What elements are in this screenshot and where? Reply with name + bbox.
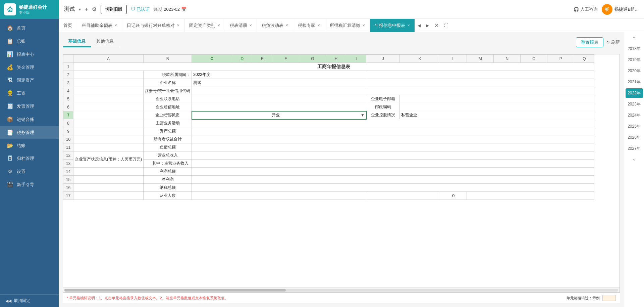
- year-item-2024[interactable]: 2024年: [626, 111, 643, 120]
- tab-close-icon[interactable]: ✕: [217, 24, 220, 27]
- sidebar-item-funds[interactable]: 💰 资金管理: [0, 61, 59, 74]
- row10-value[interactable]: [192, 135, 594, 143]
- row16-value[interactable]: [192, 184, 594, 192]
- year-item-2020[interactable]: 2020年: [626, 66, 643, 76]
- row17-value2[interactable]: [366, 192, 440, 200]
- row12-value[interactable]: [192, 151, 594, 160]
- year-item-2018[interactable]: 2018年: [626, 44, 643, 54]
- refresh-button[interactable]: ↻ 刷新: [606, 37, 620, 47]
- col-header-C[interactable]: C: [192, 55, 232, 63]
- topbar-service-button[interactable]: 🎧 人工咨询: [574, 6, 598, 12]
- topbar-user[interactable]: 畅 畅捷通B组...: [602, 4, 639, 15]
- row5-value[interactable]: [192, 95, 366, 103]
- col-header-F[interactable]: F: [272, 55, 299, 63]
- col-header-D[interactable]: D: [232, 55, 252, 63]
- sidebar-collapse-button[interactable]: ◀◀ 取消固定: [0, 295, 59, 307]
- row8-value[interactable]: [192, 119, 594, 127]
- row15-value[interactable]: [192, 176, 594, 184]
- col-header-K[interactable]: K: [400, 55, 440, 63]
- row7-value-cell[interactable]: 开业 ▼: [192, 111, 366, 119]
- topbar-dropdown-button[interactable]: ▾: [79, 7, 81, 12]
- row17-value3[interactable]: 0: [440, 192, 467, 200]
- tab-close-icon[interactable]: ✕: [114, 24, 117, 27]
- row11-value[interactable]: [192, 143, 594, 151]
- year-item-2026[interactable]: 2026年: [626, 133, 643, 142]
- topbar-add-button[interactable]: +: [85, 6, 88, 12]
- sheet-title-cell[interactable]: 工商年报信息表: [73, 63, 594, 71]
- row5-value2[interactable]: [400, 95, 594, 103]
- tab-close-all-button[interactable]: ✕: [432, 19, 441, 32]
- tab-journal-bank[interactable]: 日记账与银行对账单核对 ✕: [122, 19, 184, 32]
- row13-value[interactable]: [192, 160, 594, 168]
- col-header-A[interactable]: A: [73, 55, 144, 63]
- col-header-Q[interactable]: Q: [574, 55, 594, 63]
- tab-home[interactable]: 首页: [59, 19, 77, 32]
- calendar-icon[interactable]: 📅: [181, 7, 186, 12]
- sidebar-item-reports[interactable]: 📊 报表中心: [0, 48, 59, 61]
- col-header-B[interactable]: B: [144, 55, 192, 63]
- sidebar-item-home[interactable]: 🏠 首页: [0, 21, 59, 35]
- topbar-gear-button[interactable]: ⚙: [92, 6, 97, 12]
- row6-value[interactable]: [192, 103, 366, 111]
- col-header-E[interactable]: E: [252, 55, 272, 63]
- sidebar-item-sales[interactable]: 📦 进销台账: [0, 113, 59, 126]
- year-item-2023[interactable]: 2023年: [626, 99, 643, 109]
- row4-value[interactable]: [192, 87, 594, 95]
- tab-nav-next[interactable]: ▶: [423, 19, 432, 32]
- sidebar-item-assets[interactable]: 🏗 固定资产: [0, 74, 59, 87]
- dropdown-arrow-icon[interactable]: ▼: [359, 113, 366, 118]
- sidebar-item-tax[interactable]: 📑 税务管理: [0, 126, 59, 139]
- tab-close-icon[interactable]: ✕: [249, 24, 252, 27]
- sidebar-item-archive[interactable]: 🗄 归档管理: [0, 152, 59, 165]
- tab-tax-burden[interactable]: 税负波动表 ✕: [257, 19, 293, 32]
- tab-tax-table[interactable]: 税表清册 ✕: [225, 19, 257, 32]
- sidebar-item-ledger[interactable]: 📋 总账: [0, 35, 59, 48]
- tab-close-icon[interactable]: ✕: [407, 24, 410, 27]
- reset-report-button[interactable]: 重置报表: [576, 37, 603, 47]
- row6-value2[interactable]: [400, 103, 594, 111]
- tab-close-icon[interactable]: ✕: [285, 24, 288, 27]
- sidebar-item-close[interactable]: 📂 结账: [0, 139, 59, 152]
- row14-value[interactable]: [192, 168, 594, 176]
- row3-value[interactable]: 测试: [192, 79, 366, 87]
- sidebar-item-guide[interactable]: 🎬 新手引导: [0, 178, 59, 191]
- horizontal-scrollbar[interactable]: [63, 288, 620, 292]
- year-item-2027[interactable]: 2027年: [626, 144, 643, 154]
- col-header-J[interactable]: J: [366, 55, 400, 63]
- tab-subject-balance[interactable]: 科目辅助余额表 ✕: [77, 19, 122, 32]
- col-header-M[interactable]: M: [467, 55, 494, 63]
- form-tab-basic[interactable]: 基础信息: [63, 36, 91, 47]
- year-item-2022[interactable]: 2022年: [626, 88, 643, 98]
- col-header-I[interactable]: I: [346, 55, 366, 63]
- sidebar-item-invoice[interactable]: 🧾 发票管理: [0, 100, 59, 113]
- col-header-L[interactable]: L: [440, 55, 467, 63]
- col-header-P[interactable]: P: [547, 55, 574, 63]
- col-header-O[interactable]: O: [521, 55, 547, 63]
- col-header-G[interactable]: G: [299, 55, 326, 63]
- tab-close-icon[interactable]: ✕: [317, 24, 320, 27]
- year-item-2019[interactable]: 2019年: [626, 55, 643, 65]
- col-header-H[interactable]: H: [326, 55, 346, 63]
- row7-value2[interactable]: 私营企业: [400, 111, 594, 119]
- year-item-2025[interactable]: 2025年: [626, 122, 643, 131]
- row17-value1[interactable]: [192, 192, 366, 200]
- tab-close-icon[interactable]: ✕: [177, 24, 179, 27]
- spreadsheet-scroll-area[interactable]: A B C D E F G H I J: [63, 54, 620, 288]
- tab-expand-button[interactable]: ⛶: [441, 19, 451, 32]
- sidebar-item-payroll[interactable]: 👷 工资: [0, 87, 59, 100]
- row2-value[interactable]: 2022年度: [192, 71, 366, 79]
- row9-value[interactable]: [192, 127, 594, 135]
- year-nav-up[interactable]: ⌃: [631, 34, 638, 43]
- tab-close-icon[interactable]: ✕: [362, 24, 365, 27]
- tab-tax-expert[interactable]: 税检专家 ✕: [293, 19, 325, 32]
- year-item-2021[interactable]: 2021年: [626, 77, 643, 87]
- form-tab-other[interactable]: 其他信息: [91, 36, 119, 47]
- tab-fixed-assets-category[interactable]: 固定资产类别 ✕: [184, 19, 225, 32]
- tab-nav-prev[interactable]: ◀: [415, 19, 423, 32]
- sidebar-item-settings[interactable]: ⚙ 设置: [0, 165, 59, 178]
- tab-annual-report[interactable]: 年报信息申报表 ✕: [370, 19, 415, 32]
- year-nav-down[interactable]: ⌄: [631, 154, 638, 163]
- col-header-N[interactable]: N: [494, 55, 521, 63]
- topbar-old-version-button[interactable]: 切到旧版: [101, 5, 127, 14]
- tab-income-tax[interactable]: 所得税汇算清缴 ✕: [325, 19, 370, 32]
